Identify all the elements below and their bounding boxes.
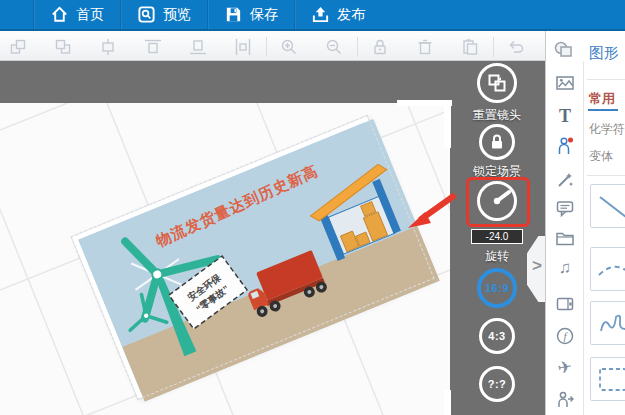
top-menubar: 首页 预览 保存 发布 (0, 0, 625, 31)
lock-scene-button[interactable] (479, 124, 515, 160)
toolbar-separator (493, 37, 494, 57)
video-icon[interactable] (555, 294, 575, 314)
menu-preview-label: 预览 (163, 6, 191, 24)
save-icon (224, 5, 243, 24)
effects-icon[interactable] (555, 170, 575, 190)
ratio-4-3-button[interactable]: 4:3 (479, 318, 515, 354)
zoom-in-icon[interactable] (280, 38, 298, 56)
menu-home-label: 首页 (76, 6, 104, 24)
category-variants[interactable]: 变体 (589, 148, 613, 165)
entrance-action-icon[interactable] (555, 390, 575, 410)
shapes-panel: 图形 常用 化学符号 变体 (585, 31, 625, 415)
toolbar-separator (357, 37, 358, 57)
ratio-16-9-button[interactable]: 16:9 (477, 268, 517, 308)
ratio-custom-button[interactable]: ?:? (479, 366, 515, 402)
edit-toolbar (0, 33, 545, 61)
tool-icon-column: T ♫ f ✈ (546, 61, 584, 415)
menu-save-label: 保存 (250, 6, 278, 24)
bring-forward-icon[interactable] (9, 38, 27, 56)
airplane-icon[interactable]: ✈ (553, 356, 576, 379)
menu-publish[interactable]: 发布 (294, 0, 381, 30)
lock-icon[interactable] (371, 38, 389, 56)
image-icon[interactable] (555, 73, 575, 93)
shape-preview-dashed-rect[interactable] (590, 357, 625, 401)
category-chemistry[interactable]: 化学符号 (589, 121, 625, 138)
shapes-icon[interactable] (553, 39, 575, 61)
distribute-icon[interactable] (234, 38, 252, 56)
align-top-icon[interactable] (144, 38, 162, 56)
publish-icon (311, 5, 330, 24)
menu-home[interactable]: 首页 (33, 0, 120, 30)
rotation-value-tooltip: -24.0 (471, 229, 523, 244)
delete-icon[interactable] (416, 38, 434, 56)
preview-icon (137, 5, 156, 24)
frame-corner-right (444, 100, 451, 148)
reset-camera-label: 重置镜头 (452, 107, 542, 124)
svg-text:f: f (563, 330, 568, 342)
shape-preview-line[interactable] (590, 184, 625, 228)
music-icon[interactable]: ♫ (555, 258, 575, 278)
ratio-custom-label: ?:? (488, 378, 507, 390)
callout-icon[interactable] (555, 198, 575, 218)
align-bottom-icon[interactable] (189, 38, 207, 56)
divider (587, 79, 625, 80)
shape-preview-scribble[interactable] (590, 301, 625, 345)
align-center-icon[interactable] (99, 38, 117, 56)
flash-icon[interactable]: f (555, 326, 575, 346)
reset-camera-icon (487, 73, 507, 93)
shape-preview-dashed-arc[interactable] (590, 247, 625, 291)
text-tool-icon[interactable]: T (555, 106, 575, 126)
menu-publish-label: 发布 (337, 6, 365, 24)
right-panel: T ♫ f ✈ 图形 常用 化学符号 变体 (545, 31, 625, 415)
lock-scene-icon (488, 133, 506, 151)
divider (587, 175, 625, 176)
send-backward-icon[interactable] (54, 38, 72, 56)
menu-save[interactable]: 保存 (207, 0, 294, 30)
panel-title: 图形 (589, 44, 619, 63)
tab-common[interactable]: 常用 (589, 90, 615, 108)
character-icon[interactable] (555, 136, 575, 156)
ratio-16-9-label: 16:9 (485, 282, 509, 294)
zoom-out-icon[interactable] (325, 38, 343, 56)
folder-icon[interactable] (555, 228, 575, 248)
undo-icon[interactable] (507, 38, 525, 56)
menu-preview[interactable]: 预览 (120, 0, 207, 30)
tab-underline (588, 109, 618, 111)
app-window: 首页 预览 保存 发布 (0, 0, 625, 415)
paste-icon[interactable] (461, 38, 479, 56)
ratio-4-3-label: 4:3 (488, 330, 505, 342)
red-highlight-box (466, 177, 530, 227)
frame-corner-bottom (444, 390, 451, 415)
red-annotation-arrow (400, 185, 470, 235)
chevron-right-icon: > (532, 256, 542, 276)
reset-camera-button[interactable] (477, 63, 517, 103)
home-icon (50, 5, 69, 24)
viewport-overlay-top (0, 61, 545, 103)
toolbar-separator (266, 37, 267, 57)
